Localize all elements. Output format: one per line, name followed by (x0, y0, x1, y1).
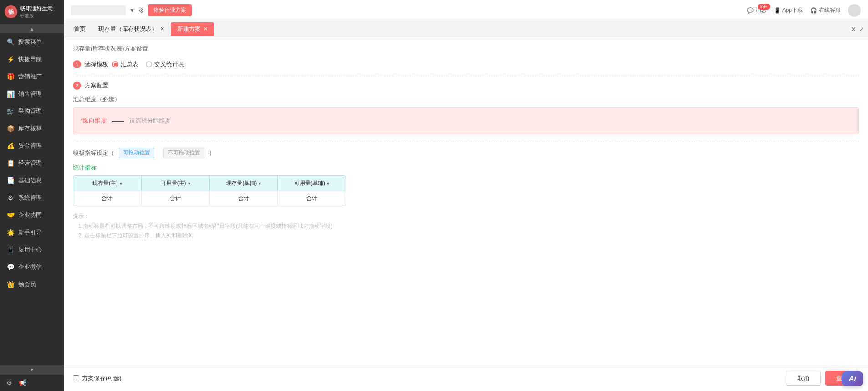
marketing-icon: 🎁 (6, 72, 15, 81)
tab-home[interactable]: 首页 (67, 22, 92, 36)
stats-data-row: 合计 合计 合计 合计 (73, 191, 346, 206)
user-avatar[interactable] (848, 4, 861, 17)
management-icon: 📋 (6, 159, 15, 167)
online-service-item[interactable]: 🎧 在线客服 (810, 6, 841, 14)
save-option-label: 方案保存(可选) (82, 374, 122, 382)
section-plan-config: 2 方案配置 汇总维度（必选） *纵向维度 —— 请选择分组维度 (73, 82, 859, 134)
dimension-required-star: *纵向维度 (81, 117, 107, 125)
tip2: 2. 点击标题栏下拉可设置排序、插入列和删除列 (78, 231, 859, 241)
template-config-row: 模板指标设定（ 可拖动位置 不可拖动位置 ） (73, 148, 859, 158)
stats-col-1[interactable]: 可用量(主) ▾ (142, 176, 210, 191)
sidebar-item-marketing[interactable]: 🎁 营销推广 (0, 68, 64, 85)
system-icon: ⚙ (6, 194, 15, 202)
page-title: 现存量(库存状况表)方案设置 (73, 45, 859, 53)
tabs-bar: 首页 现存量（库存状况表） ✕ 新建方案 ✕ ✕ ⤢ (64, 21, 868, 37)
dimension-label: 汇总维度（必选） (73, 95, 859, 103)
stats-col-3[interactable]: 可用量(基辅) ▾ (278, 176, 346, 191)
tab-inventory[interactable]: 现存量（库存状况表） ✕ (92, 22, 171, 36)
industry-plan-button[interactable]: 体验行业方案 (148, 4, 192, 16)
save-checkbox[interactable] (73, 375, 79, 381)
sidebar-item-guide[interactable]: 🌟 新手引导 (0, 224, 64, 241)
speaker-icon[interactable]: 📢 (19, 379, 26, 386)
sidebar-item-quicknav[interactable]: ⚡ 快捷导航 (0, 51, 64, 68)
enterprise-icon: 🤝 (6, 211, 15, 219)
chevron-down-icon-1: ▾ (188, 181, 190, 186)
sales-icon: 📊 (6, 90, 15, 98)
settings-bottom-icon[interactable]: ⚙ (6, 379, 12, 386)
stats-table: 现存量(主) ▾ 可用量(主) ▾ 现存量(基辅) ▾ 可用量(基辅) ▾ (73, 175, 346, 206)
stats-section: 统计指标 现存量(主) ▾ 可用量(主) ▾ 现存量(基辅) ▾ (73, 164, 859, 206)
section2-num: 2 (73, 82, 81, 90)
search-icon: 🔍 (6, 38, 15, 46)
sidebar-item-inventory[interactable]: 📦 库存核算 (0, 120, 64, 137)
sidebar: 畅 畅康通好生意 标准版 ▲ 🔍 搜索菜单 ⚡ 快捷导航 🎁 营销推广 📊 销售… (0, 0, 64, 391)
sidebar-item-vip[interactable]: 👑 畅会员 (0, 276, 64, 293)
radio-cross-circle (146, 61, 152, 67)
guide-icon: 🌟 (6, 228, 15, 237)
sidebar-nav: 🔍 搜索菜单 ⚡ 快捷导航 🎁 营销推广 📊 销售管理 🛒 采购管理 📦 库存核… (0, 33, 64, 365)
template-config-label: 模板指标设定（ (73, 149, 114, 157)
service-icon: 🎧 (810, 7, 817, 14)
page-content: 现存量(库存状况表)方案设置 1 选择模板 汇总表 交叉统计表 (64, 37, 868, 365)
tips-title: 提示： (73, 211, 859, 221)
topbar-right: 💬 消息 99+ 📱 App下载 🎧 在线客服 (747, 4, 861, 17)
sidebar-item-wechat[interactable]: 💬 企业微信 (0, 258, 64, 276)
sidebar-item-sales[interactable]: 📊 销售管理 (0, 85, 64, 103)
tab-new-plan-close[interactable]: ✕ (204, 26, 208, 32)
cancel-button[interactable]: 取消 (786, 371, 821, 386)
tips-section: 提示： 1.拖动标题栏可以调整布局，不可跨维度或指标区域拖动栏目字段(只能在同一… (73, 211, 859, 241)
tab-expand-btn[interactable]: ⤢ (859, 26, 864, 33)
sidebar-item-purchase[interactable]: 🛒 采购管理 (0, 103, 64, 120)
dimension-arrow: —— (112, 118, 124, 124)
tab-inventory-close[interactable]: ✕ (160, 26, 164, 32)
sidebar-bottom: ⚙ 📢 (0, 374, 64, 391)
vip-icon: 👑 (6, 280, 15, 288)
sidebar-item-apps[interactable]: 📱 应用中心 (0, 241, 64, 258)
logo-icon: 畅 (5, 5, 17, 18)
sidebar-item-search[interactable]: 🔍 搜索菜单 (0, 33, 64, 51)
quicknav-icon: ⚡ (6, 55, 15, 63)
section1-title: 选择模板 (85, 60, 108, 68)
tab-close-btn[interactable]: ✕ (851, 26, 856, 33)
non-draggable-tag: 不可拖动位置 (163, 148, 204, 158)
tip1: 1.拖动标题栏可以调整布局，不可跨维度或指标区域拖动栏目字段(只能在同一维度或指… (78, 221, 859, 232)
section2-header: 2 方案配置 (73, 82, 859, 90)
sidebar-item-enterprise[interactable]: 🤝 企业协同 (0, 206, 64, 224)
finance-icon: 💰 (6, 142, 15, 150)
apps-icon: 📱 (6, 246, 15, 254)
radio-summary[interactable]: 汇总表 (112, 60, 138, 68)
topbar-gear-icon[interactable]: ⚙ (138, 7, 144, 14)
stats-label: 统计指标 (73, 164, 859, 172)
sidebar-item-system[interactable]: ⚙ 系统管理 (0, 189, 64, 206)
save-option: 方案保存(可选) (73, 374, 122, 382)
template-radio-group: 汇总表 交叉统计表 (112, 60, 184, 68)
dimension-box: *纵向维度 —— 请选择分组维度 (73, 107, 859, 134)
stats-col-0[interactable]: 现存量(主) ▾ (73, 176, 142, 191)
sidebar-scroll-down[interactable]: ▼ (0, 365, 64, 374)
sidebar-item-basics[interactable]: 📑 基础信息 (0, 172, 64, 189)
tab-new-plan[interactable]: 新建方案 ✕ (171, 22, 214, 36)
message-icon: 💬 (747, 7, 754, 14)
radio-cross[interactable]: 交叉统计表 (146, 60, 184, 68)
sidebar-scroll-up[interactable]: ▲ (0, 25, 64, 33)
stats-col-2[interactable]: 现存量(基辅) ▾ (210, 176, 278, 191)
messages-item[interactable]: 💬 消息 99+ (747, 6, 766, 14)
topbar-search-input[interactable] (71, 5, 126, 15)
radio-summary-circle (112, 61, 118, 67)
stats-data-1: 合计 (142, 191, 210, 206)
page-footer: 方案保存(可选) 取消 查询 (64, 365, 868, 391)
purchase-icon: 🛒 (6, 107, 15, 115)
dimension-placeholder[interactable]: 请选择分组维度 (129, 117, 171, 125)
inventory-icon: 📦 (6, 124, 15, 133)
stats-data-2: 合计 (210, 191, 278, 206)
ai-float-button[interactable]: Ai (842, 371, 863, 386)
basics-icon: 📑 (6, 176, 15, 185)
app-download-item[interactable]: 📱 App下载 (774, 6, 803, 14)
sidebar-item-finance[interactable]: 💰 资金管理 (0, 137, 64, 154)
tabs-controls: ✕ ⤢ (851, 26, 864, 33)
divider1 (73, 76, 859, 76)
sidebar-item-management[interactable]: 📋 经营管理 (0, 154, 64, 172)
template-config-suffix: ） (209, 149, 215, 157)
topbar-dropdown-icon[interactable]: ▼ (129, 7, 135, 14)
stats-data-0: 合计 (73, 191, 142, 206)
